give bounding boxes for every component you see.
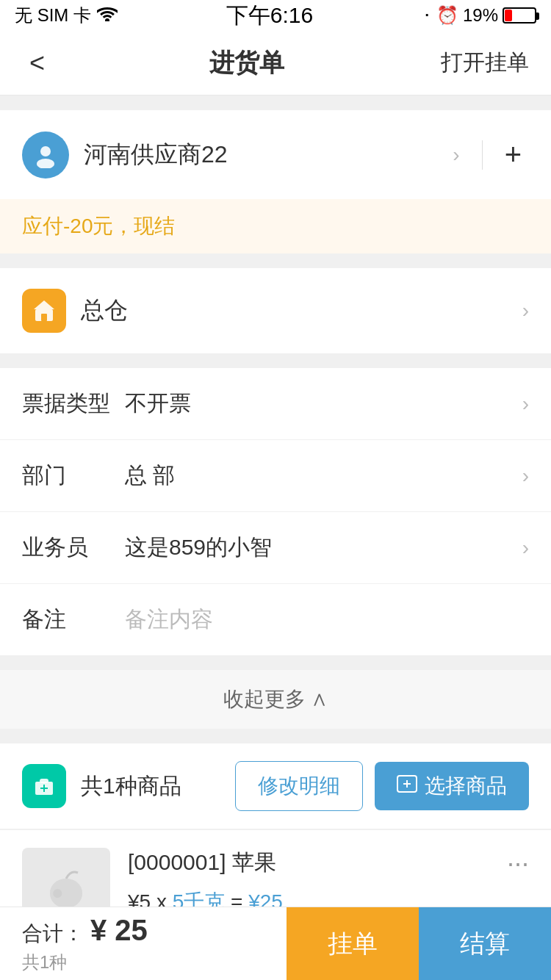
warehouse-arrow-icon: › [522,299,529,323]
remark-input[interactable]: 备注内容 [125,605,529,635]
svg-point-0 [40,146,51,156]
total-value: ¥ 25 [90,914,148,946]
edit-detail-button[interactable]: 修改明细 [235,761,363,811]
nav-bar: < 进货单 打开挂单 [0,31,551,96]
status-time: 下午6:16 [226,1,313,31]
product-more-button[interactable]: ··· [485,848,529,879]
warning-banner: 应付-20元，现结 [0,199,551,253]
total-section: 合计： ¥ 25 共1种 [0,914,287,974]
status-right: ⬝ ⏰ 19% [422,5,536,26]
form-section: 票据类型 不开票 › 部门 总 部 › 业务员 这是859的小智 › 备注 备注… [0,368,551,655]
alarm-icon: ⏰ [436,5,458,26]
open-hang-button[interactable]: 打开挂单 [441,48,529,78]
gap-5 [0,729,551,743]
status-left: 无 SIM 卡 [15,4,118,27]
invoice-label: 票据类型 [22,389,125,419]
product-title: 苹果 [232,850,276,874]
invoice-value: 不开票 [125,389,522,419]
remark-row[interactable]: 备注 备注内容 [0,584,551,655]
department-arrow-icon: › [522,464,529,488]
warehouse-row[interactable]: 总仓 › [22,268,529,353]
product-header: 共1种商品 修改明细 选择商品 [0,743,551,829]
select-product-button[interactable]: 选择商品 [375,762,529,810]
back-button[interactable]: < [22,40,52,86]
department-value: 总 部 [125,461,522,491]
warehouse-icon [22,289,66,333]
department-label: 部门 [22,461,125,491]
product-icon [22,764,66,808]
svg-point-1 [37,159,54,168]
department-row[interactable]: 部门 总 部 › [0,440,551,512]
hang-button[interactable]: 挂单 [287,907,419,981]
page-title: 进货单 [209,46,284,80]
product-count: 共1种商品 [81,771,235,801]
invoice-row[interactable]: 票据类型 不开票 › [0,368,551,440]
supplier-name: 河南供应商22 [84,139,453,171]
svg-text:●: ● [51,881,64,904]
battery-percent: 19% [463,5,498,26]
status-bar: 无 SIM 卡 下午6:16 ⬝ ⏰ 19% [0,0,551,31]
warehouse-name: 总仓 [81,295,522,327]
select-product-label: 选择商品 [425,772,507,800]
salesman-label: 业务员 [22,533,125,563]
product-name: [0000001] 苹果 [128,848,485,878]
checkout-button[interactable]: 结算 [419,907,551,981]
supplier-add-button[interactable]: + [497,131,529,179]
battery-icon [503,7,536,24]
supplier-arrow-icon: › [453,143,459,167]
product-code: [0000001] [128,850,226,874]
invoice-arrow-icon: › [522,392,529,416]
total-amount: 合计： ¥ 25 [22,914,264,948]
collapse-label: 收起更多 ∧ [223,685,328,713]
select-product-icon [397,774,417,798]
supplier-divider [482,140,483,170]
salesman-row[interactable]: 业务员 这是859的小智 › [0,512,551,584]
svg-rect-6 [40,779,48,783]
warehouse-section: 总仓 › [0,268,551,353]
supplier-row[interactable]: 河南供应商22 › + [22,110,529,199]
wifi-icon [97,5,118,26]
total-label: 合计： [22,922,84,945]
gap-4 [0,655,551,670]
total-count: 共1种 [22,951,264,974]
gap-3 [0,353,551,368]
supplier-avatar [22,131,69,179]
bottom-bar: 合计： ¥ 25 共1种 挂单 结算 [0,907,551,980]
location-icon: ⬝ [422,5,432,26]
gap-2 [0,253,551,268]
svg-marker-3 [34,300,54,309]
collapse-button[interactable]: 收起更多 ∧ [0,670,551,729]
remark-label: 备注 [22,605,125,635]
salesman-arrow-icon: › [522,536,529,560]
supplier-card: 河南供应商22 › + [0,110,551,199]
svg-rect-4 [41,314,47,321]
gap-1 [0,96,551,110]
salesman-value: 这是859的小智 [125,533,522,563]
carrier-text: 无 SIM 卡 [15,4,91,27]
